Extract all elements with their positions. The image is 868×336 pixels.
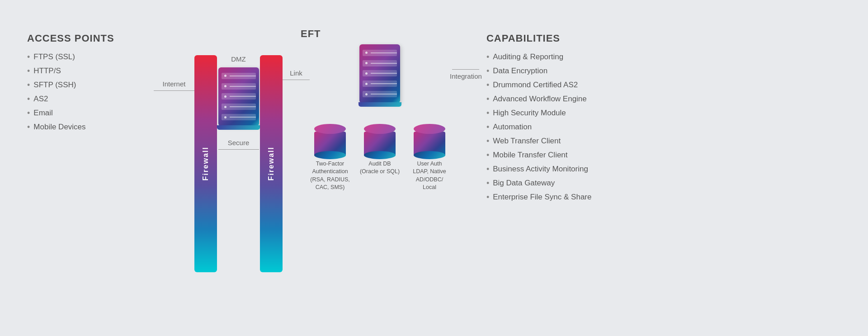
integration-line (452, 69, 479, 70)
server-slot (222, 104, 256, 110)
firewall-1-bar: Firewall (194, 55, 217, 272)
eft-section: EFT Link (283, 28, 482, 192)
server-base (359, 102, 401, 107)
access-points-section: ACCESS POINTS FTPS (SSL) HTTP/S SFTP (SS… (27, 28, 154, 137)
eft-server-area: Two-Factor Authentication (RSA, RADIUS, … (310, 44, 450, 192)
db-audit: Audit DB (Oracle or SQL) (359, 120, 400, 192)
capabilities-section: CAPABILITIES Auditing & Reporting Data E… (486, 28, 640, 207)
internet-connector: Internet (154, 80, 194, 91)
internet-label: Internet (163, 80, 186, 88)
firewall-1-col: Firewall (194, 55, 217, 272)
db-label-3: User Auth LDAP, Native AD/ODBC/ Local (409, 160, 450, 192)
db-two-factor: Two-Factor Authentication (RSA, RADIUS, … (310, 120, 350, 192)
eft-server (359, 44, 401, 107)
list-item: FTPS (SSL) (27, 52, 154, 62)
dmz-server (217, 67, 260, 130)
list-item: AS2 (27, 95, 154, 104)
db-icon-3 (414, 120, 445, 156)
list-item: HTTP/S (27, 66, 154, 76)
access-points-title: ACCESS POINTS (27, 33, 154, 44)
firewall-2-label: Firewall (267, 147, 275, 181)
db-user-auth: User Auth LDAP, Native AD/ODBC/ Local (409, 120, 450, 192)
main-diagram: ACCESS POINTS FTPS (SSL) HTTP/S SFTP (SS… (14, 10, 854, 327)
list-item: Big Data Gateway (486, 179, 640, 188)
list-item: Drummond Certified AS2 (486, 80, 640, 90)
server-slot (363, 70, 397, 76)
server-body (359, 44, 400, 103)
firewall-2-bar: Firewall (260, 55, 283, 272)
capabilities-title: CAPABILITIES (486, 33, 640, 44)
server-slot (363, 91, 397, 97)
db-icon-1 (314, 120, 346, 156)
integration-connector: Integration (450, 69, 482, 80)
dmz-label: DMZ (231, 55, 246, 63)
list-item: Web Transfer Client (486, 137, 640, 146)
firewall-1-label: Firewall (202, 147, 210, 181)
db-label-1: Two-Factor Authentication (RSA, RADIUS, … (310, 160, 350, 192)
secure-line (218, 149, 259, 150)
server-slot (363, 50, 397, 56)
list-item: Data Encryption (486, 66, 640, 76)
server-slot (363, 60, 397, 66)
server-body (218, 67, 259, 126)
eft-title: EFT (301, 28, 321, 40)
list-item: Mobile Devices (27, 123, 154, 132)
link-connector: Link (283, 69, 310, 80)
server-slot (222, 83, 256, 90)
server-slot (363, 80, 397, 87)
list-item: Auditing & Reporting (486, 52, 640, 62)
eft-inner: Link (283, 44, 482, 192)
db-label-2: Audit DB (Oracle or SQL) (359, 160, 400, 176)
db-icon-2 (364, 120, 396, 156)
link-line (283, 80, 310, 80)
firewall-2-col: Firewall (260, 55, 283, 272)
capabilities-list: Auditing & Reporting Data Encryption Dru… (486, 52, 640, 207)
list-item: Mobile Transfer Client (486, 151, 640, 160)
link-label: Link (290, 69, 302, 77)
server-slot (222, 73, 256, 79)
list-item: Email (27, 109, 154, 118)
access-points-list: FTPS (SSL) HTTP/S SFTP (SSH) AS2 Email M… (27, 52, 154, 137)
secure-label: Secure (228, 139, 250, 147)
list-item: Enterprise File Sync & Share (486, 193, 640, 202)
list-item: SFTP (SSH) (27, 80, 154, 90)
dmz-middle-section: DMZ Secure (217, 55, 260, 150)
list-item: Business Activity Monitoring (486, 165, 640, 174)
list-item: Automation (486, 123, 640, 132)
server-slot (222, 93, 256, 99)
list-item: Advanced Workflow Engine (486, 95, 640, 104)
database-section: Two-Factor Authentication (RSA, RADIUS, … (310, 120, 450, 192)
server-slot (222, 114, 256, 120)
integration-label: Integration (450, 72, 482, 80)
list-item: High Security Module (486, 109, 640, 118)
server-base (217, 125, 260, 130)
internet-line (154, 90, 194, 91)
